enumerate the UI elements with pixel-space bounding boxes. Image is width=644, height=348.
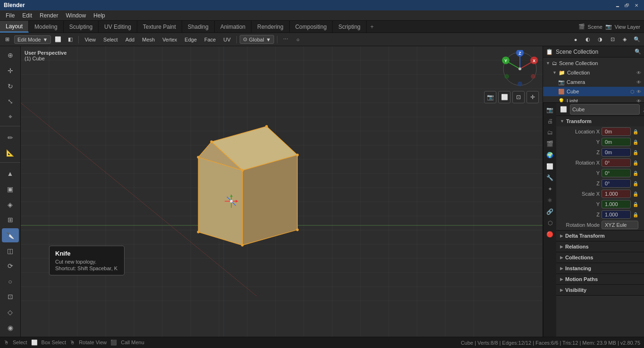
viewport-shading-material[interactable]: ◐ xyxy=(583,34,593,45)
prop-world-icon[interactable]: 🌍 xyxy=(545,150,555,160)
outliner-row-cube[interactable]: 🟫 Cube ⬡ 👁 xyxy=(543,87,644,96)
viewport-shading-rendered[interactable]: ◑ xyxy=(595,34,605,45)
menu-file[interactable]: File xyxy=(2,11,18,20)
transform-section-header[interactable]: ▼ Transform xyxy=(556,116,644,126)
outliner-filter-icon[interactable]: 🔍 xyxy=(635,49,641,55)
vertex-menu[interactable]: Vertex xyxy=(159,36,180,43)
outliner-row-collection[interactable]: ▼ 📁 Collection 👁 xyxy=(543,68,644,77)
viewport[interactable]: User Perspective (1) Cube xyxy=(21,46,543,337)
poly-build-tool[interactable]: ◫ xyxy=(2,243,19,258)
prop-data-icon[interactable]: ⬡ xyxy=(545,218,555,228)
light-visibility[interactable]: 👁 xyxy=(636,99,641,103)
prop-object-icon[interactable]: ⬜ xyxy=(545,161,555,172)
tab-compositing[interactable]: Compositing xyxy=(290,21,333,33)
scale-z-value[interactable]: 1.000 xyxy=(602,210,631,219)
close-button[interactable]: ✕ xyxy=(633,1,640,9)
tab-sculpting[interactable]: Sculpting xyxy=(64,21,99,33)
cube-visibility[interactable]: 👁 xyxy=(636,89,641,94)
location-y-value[interactable]: 0m xyxy=(602,138,631,146)
prop-view-layer-icon[interactable]: 🗂 xyxy=(545,127,555,138)
rotation-x-lock[interactable]: 🔒 xyxy=(633,160,638,166)
viewport-shading-solid[interactable]: ● xyxy=(570,34,581,45)
to-sphere-tool[interactable]: ◉ xyxy=(2,320,19,335)
edit-mode-dropdown[interactable]: Edit Mode ▼ xyxy=(14,35,51,44)
scale-x-value[interactable]: 1.000 xyxy=(602,190,631,198)
menu-render[interactable]: Render xyxy=(36,11,62,20)
overlay-toggle[interactable]: ⊡ xyxy=(607,34,618,45)
prop-render-icon[interactable]: 📷 xyxy=(545,105,555,115)
proportional-icon[interactable]: ○ xyxy=(293,34,303,45)
smooth-tool[interactable]: ○ xyxy=(2,274,19,289)
location-y-lock[interactable]: 🔒 xyxy=(633,140,638,145)
rotate-tool[interactable]: ↻ xyxy=(2,79,19,93)
view-layer-label[interactable]: View Layer xyxy=(615,24,640,30)
prop-physics-icon[interactable]: ⚛ xyxy=(545,195,555,206)
xray-toggle[interactable]: ◈ xyxy=(619,34,630,45)
tab-texture-paint[interactable]: Texture Paint xyxy=(137,21,182,33)
bevel-tool[interactable]: ◈ xyxy=(2,197,19,212)
measure-tool[interactable]: 📐 xyxy=(2,146,19,160)
outliner-row-scene-collection[interactable]: ▼ 🗂 Scene Collection xyxy=(543,58,644,68)
rotation-z-value[interactable]: 0° xyxy=(602,179,631,188)
rotation-y-value[interactable]: 0° xyxy=(602,169,631,177)
prop-output-icon[interactable]: 🖨 xyxy=(545,116,555,126)
outliner-row-light[interactable]: 💡 Light 👁 xyxy=(543,96,644,103)
scene-label[interactable]: Scene xyxy=(588,24,602,30)
global-dropdown[interactable]: ⊙ Global ▼ xyxy=(240,35,275,44)
snapping-icon[interactable]: ⋯ xyxy=(280,34,291,45)
inset-tool[interactable]: ▣ xyxy=(2,182,19,197)
tab-rendering[interactable]: Rendering xyxy=(251,21,289,33)
prop-constraints-icon[interactable]: 🔗 xyxy=(545,207,555,217)
scale-x-lock[interactable]: 🔒 xyxy=(633,191,638,197)
rotation-x-value[interactable]: 0° xyxy=(602,158,631,167)
location-x-lock[interactable]: 🔒 xyxy=(633,129,638,134)
search-button[interactable]: 🔍 xyxy=(632,34,642,45)
rotation-y-lock[interactable]: 🔒 xyxy=(633,171,638,176)
tab-layout[interactable]: Layout xyxy=(0,21,29,33)
location-x-value[interactable]: 0m xyxy=(602,127,631,136)
annotate-tool[interactable]: ✏ xyxy=(2,130,19,145)
maximize-button[interactable]: 🗗 xyxy=(623,1,631,9)
spin-tool[interactable]: ⟳ xyxy=(2,259,19,273)
menu-edit[interactable]: Edit xyxy=(18,11,36,20)
loop-cut-tool[interactable]: ⊞ xyxy=(2,213,19,227)
delta-transform-header[interactable]: ▶ Delta Transform xyxy=(556,231,644,241)
move-tool[interactable]: ✛ xyxy=(2,64,19,78)
prop-modifier-icon[interactable]: 🔧 xyxy=(545,173,555,183)
face-menu[interactable]: Face xyxy=(201,36,218,43)
tab-scripting[interactable]: Scripting xyxy=(333,21,367,33)
scale-tool[interactable]: ⤡ xyxy=(2,94,19,109)
location-z-value[interactable]: 0m xyxy=(602,148,631,157)
show-gizmo-button[interactable]: ✛ xyxy=(527,91,539,103)
collection-visibility[interactable]: 👁 xyxy=(636,70,641,75)
prop-material-icon[interactable]: 🔴 xyxy=(545,229,555,240)
relations-header[interactable]: ▶ Relations xyxy=(556,241,644,252)
edge-menu[interactable]: Edge xyxy=(182,36,200,43)
rotation-z-lock[interactable]: 🔒 xyxy=(633,181,638,186)
add-menu[interactable]: Add xyxy=(123,36,138,43)
cursor-tool[interactable]: ⊕ xyxy=(2,48,19,63)
show-overlays-button[interactable]: ⊡ xyxy=(512,91,525,103)
perspective-toggle-button[interactable]: ⬜ xyxy=(498,91,510,103)
menu-window[interactable]: Window xyxy=(62,11,90,20)
select-menu[interactable]: Select xyxy=(100,36,121,43)
scale-z-lock[interactable]: 🔒 xyxy=(633,212,638,217)
scale-y-value[interactable]: 1.000 xyxy=(602,200,631,208)
uv-menu[interactable]: UV xyxy=(221,36,234,43)
object-name-input[interactable] xyxy=(570,104,640,115)
prop-particles-icon[interactable]: ✦ xyxy=(545,184,555,194)
rotation-mode-value[interactable]: XYZ Eule xyxy=(602,221,638,229)
motion-paths-header[interactable]: ▶ Motion Paths xyxy=(556,274,644,284)
scale-y-lock[interactable]: 🔒 xyxy=(633,202,638,207)
location-z-lock[interactable]: 🔒 xyxy=(633,150,638,155)
outliner-row-camera[interactable]: 📷 Camera 👁 xyxy=(543,77,644,87)
collections-header[interactable]: ▶ Collections xyxy=(556,252,644,263)
view-menu[interactable]: View xyxy=(82,36,99,43)
instancing-header[interactable]: ▶ Instancing xyxy=(556,263,644,273)
add-workspace-button[interactable]: + xyxy=(367,21,377,33)
tab-animation[interactable]: Animation xyxy=(215,21,251,33)
menu-help[interactable]: Help xyxy=(90,11,109,20)
transform-tool[interactable]: ⌖ xyxy=(2,110,19,124)
mesh-menu[interactable]: Mesh xyxy=(139,36,158,43)
visibility-header[interactable]: ▶ Visibility xyxy=(556,285,644,295)
